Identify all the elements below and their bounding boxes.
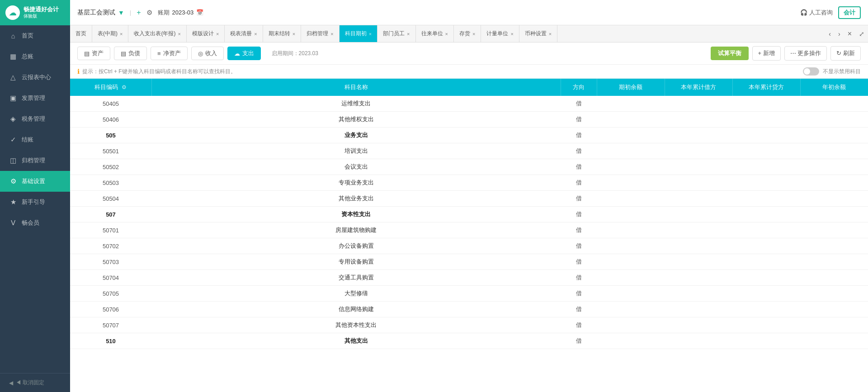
more-button[interactable]: ⋯ 更多操作 [784, 46, 827, 61]
sidebar-item-tax[interactable]: ◈ 税务管理 [0, 109, 70, 129]
close-all-tabs-button[interactable]: × [844, 28, 855, 40]
sidebar-item-invoice[interactable]: ▣ 发票管理 [0, 88, 70, 109]
show-disabled-toggle[interactable] [803, 67, 819, 76]
tab-interim-label: 表(中期) [98, 30, 118, 38]
sub-tab-expense[interactable]: ☁ 支出 [227, 47, 261, 60]
sidebar-item-ledger[interactable]: ▦ 总账 [0, 46, 70, 67]
table-row[interactable]: 505 业务支出 借 [70, 128, 868, 143]
tab-period-end-close[interactable]: × [292, 31, 295, 37]
cell-name-1: 其他维权支出 [151, 112, 561, 128]
expand-tab-button[interactable]: ⤢ [855, 28, 868, 39]
sidebar-label-checkout: 结账 [22, 136, 33, 144]
sidebar-item-reports[interactable]: △ 云报表中心 [0, 67, 70, 88]
sidebar-item-guide[interactable]: ★ 新手引导 [0, 192, 70, 213]
tab-income[interactable]: 收入支出表(年报) × [128, 25, 186, 42]
cell-code-11: 50704 [70, 270, 151, 286]
tab-next-button[interactable]: › [835, 28, 844, 39]
table-row[interactable]: 50503 专项业务支出 借 [70, 175, 868, 191]
cell-name-2: 业务支出 [151, 128, 561, 143]
col-header-year-balance: 年初余额 [800, 79, 868, 96]
tab-interim[interactable]: 表(中期) × [92, 25, 128, 42]
sub-tab-equity[interactable]: ≡ 净资产 [151, 47, 188, 60]
tab-income-close[interactable]: × [178, 31, 180, 37]
cell-year-balance-13 [800, 302, 868, 317]
cell-credit-3 [732, 143, 800, 159]
sidebar-item-settings[interactable]: ⚙ 基础设置 [0, 171, 70, 192]
table-row[interactable]: 50705 大型修缮 借 [70, 286, 868, 302]
cell-dir-3: 借 [561, 143, 597, 159]
table-row[interactable]: 50405 运维维支出 借 [70, 96, 868, 112]
col-header-balance: 期初余额 [597, 79, 665, 96]
tab-partner-close[interactable]: × [445, 31, 448, 37]
pin-button[interactable]: ◀ ◀ 取消固定 [0, 373, 70, 392]
settings2-icon[interactable]: ⚙ [146, 9, 152, 17]
tab-unit-close[interactable]: × [510, 31, 513, 37]
cell-year-balance-10 [800, 254, 868, 270]
cell-dir-13: 借 [561, 302, 597, 317]
sub-tab-liability[interactable]: ▤ 负债 [114, 47, 147, 60]
tab-partner[interactable]: 往来单位 × [416, 25, 454, 42]
tab-interim-close[interactable]: × [120, 31, 123, 37]
cell-balance-0 [597, 96, 665, 112]
table-row[interactable]: 507 资本性支出 借 [70, 207, 868, 222]
tab-currency[interactable]: 币种设置 × [519, 25, 557, 42]
tab-department[interactable]: 部门员工 × [377, 25, 415, 42]
tab-archive2[interactable]: 归档管理 × [301, 25, 339, 42]
tab-subject-close[interactable]: × [369, 31, 372, 37]
tab-inventory-close[interactable]: × [472, 31, 475, 37]
tab-inventory[interactable]: 存货 × [454, 25, 481, 42]
table-row[interactable]: 50706 信息网络购建 借 [70, 302, 868, 317]
tab-prev-button[interactable]: ‹ [825, 28, 835, 39]
col-header-name: 科目名称 [151, 79, 561, 96]
table-row[interactable]: 50501 培训支出 借 [70, 143, 868, 159]
sidebar-item-archive[interactable]: ◫ 归档管理 [0, 150, 70, 171]
cell-credit-2 [732, 128, 800, 143]
tab-department-close[interactable]: × [407, 31, 410, 37]
table-row[interactable]: 50703 专用设备购置 借 [70, 254, 868, 270]
tab-template-close[interactable]: × [216, 31, 219, 37]
tab-unit[interactable]: 计量单位 × [481, 25, 519, 42]
cell-code-5: 50503 [70, 175, 151, 191]
tab-period-end[interactable]: 期末结转 × [263, 25, 301, 42]
sidebar-item-checkout[interactable]: ✓ 结账 [0, 129, 70, 150]
sub-tab-asset[interactable]: ▤ 资产 [77, 47, 110, 60]
tab-currency-close[interactable]: × [549, 31, 552, 37]
refresh-button[interactable]: ↻ 刷新 [830, 46, 861, 61]
sidebar-item-member[interactable]: Ⅴ 畅会员 [0, 213, 70, 233]
cell-debit-5 [665, 175, 732, 191]
col-header-dir: 方向 [561, 79, 597, 96]
tab-subject-period[interactable]: 科目期初 × [340, 25, 377, 42]
tab-home[interactable]: 首页 [70, 25, 92, 42]
col-settings-icon[interactable]: ⚙ [122, 84, 127, 90]
sidebar-nav: ⌂ 首页 ▦ 总账 △ 云报表中心 ▣ 发票管理 ◈ 税务管理 ✓ 结账 ◫ 归… [0, 25, 70, 373]
logo-sub: 体验版 [24, 13, 59, 19]
company-selector[interactable]: 基层工会测试 ▼ [77, 9, 124, 17]
table-row[interactable]: 50502 会议支出 借 [70, 159, 868, 175]
tab-taxform[interactable]: 税表清册 × [225, 25, 263, 42]
calc-balance-button[interactable]: 试算平衡 [711, 47, 749, 60]
table-row[interactable]: 50702 办公设备购置 借 [70, 238, 868, 254]
table-row[interactable]: 50707 其他资本性支出 借 [70, 317, 868, 333]
tab-taxform-close[interactable]: × [254, 31, 257, 37]
col-header-debit: 本年累计借方 [665, 79, 732, 96]
table-row[interactable]: 50704 交通工具购置 借 [70, 270, 868, 286]
cell-name-9: 办公设备购置 [151, 238, 561, 254]
table-row[interactable]: 50406 其他维权支出 借 [70, 112, 868, 128]
accountant-badge[interactable]: 会计 [838, 6, 861, 19]
service-button[interactable]: 🎧 人工咨询 [800, 9, 833, 17]
cell-code-3: 50501 [70, 143, 151, 159]
tab-template[interactable]: 模版设计 × [187, 25, 225, 42]
top-bar: 基层工会测试 ▼ | + ⚙ 账期 2023-03 📅 🎧 人工咨询 会计 [70, 0, 868, 25]
tab-archive2-close[interactable]: × [330, 31, 333, 37]
sidebar-item-home[interactable]: ⌂ 首页 [0, 25, 70, 46]
add-button[interactable]: + 新增 [752, 46, 781, 61]
table-row[interactable]: 50504 其他业务支出 借 [70, 191, 868, 207]
expense-icon: ☁ [234, 50, 240, 57]
sub-tab-income2[interactable]: ◎ 收入 [191, 47, 224, 60]
cell-dir-7: 借 [561, 207, 597, 222]
table-row[interactable]: 510 其他支出 借 [70, 333, 868, 349]
table-row[interactable]: 50701 房屋建筑物购建 借 [70, 222, 868, 238]
period-selector[interactable]: 账期 2023-03 📅 [158, 9, 204, 17]
sub-tab-income2-label: 收入 [205, 49, 217, 57]
plus-icon[interactable]: + [137, 9, 141, 17]
